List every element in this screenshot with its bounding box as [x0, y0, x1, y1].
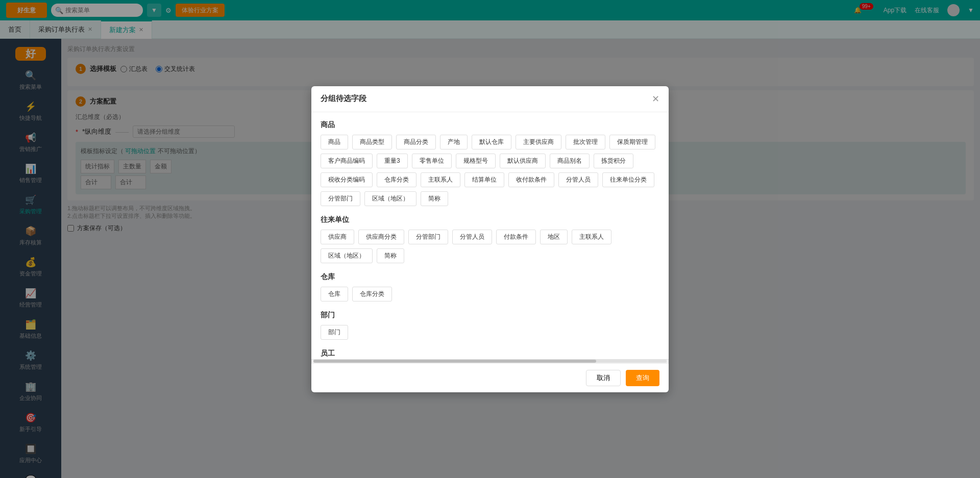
dialog-title: 分组待选字段 [321, 94, 366, 104]
dialog-close-btn[interactable]: ✕ [652, 93, 659, 105]
section-partner-title: 往来单位 [321, 215, 659, 224]
section-partner-tags: 供应商 供应商分类 分管部门 分管人员 付款条件 地区 主联系人 区域（地区） … [321, 230, 659, 263]
cancel-button[interactable]: 取消 [586, 370, 621, 386]
field-select-dialog: 分组待选字段 ✕ 商品 商品 商品类型 商品分类 产地 默认仓库 主要供应商 批… [311, 86, 669, 392]
tag-product-5[interactable]: 主要供应商 [516, 135, 561, 149]
dialog-overlay: 分组待选字段 ✕ 商品 商品 商品类型 商品分类 产地 默认仓库 主要供应商 批… [0, 0, 980, 478]
tag-product-13[interactable]: 商品别名 [550, 154, 590, 168]
dialog-hscrollbar[interactable] [311, 359, 669, 363]
confirm-button[interactable]: 查询 [626, 370, 659, 386]
section-product: 商品 商品 商品类型 商品分类 产地 默认仓库 主要供应商 批次管理 保质期管理… [321, 120, 659, 206]
tag-product-3[interactable]: 产地 [440, 135, 468, 149]
tag-partner-1[interactable]: 供应商分类 [358, 230, 404, 244]
dialog-footer: 取消 查询 [311, 363, 669, 392]
tag-product-0[interactable]: 商品 [321, 135, 348, 149]
tag-product-17[interactable]: 主联系人 [421, 172, 460, 187]
section-department-tags: 部门 [321, 325, 659, 340]
tag-product-6[interactable]: 批次管理 [566, 135, 605, 149]
dialog-header: 分组待选字段 ✕ [311, 86, 669, 112]
tag-product-1[interactable]: 商品类型 [352, 135, 392, 149]
section-warehouse: 仓库 仓库 仓库分类 [321, 272, 659, 301]
tag-partner-5[interactable]: 地区 [540, 230, 568, 244]
tag-product-16[interactable]: 仓库分类 [377, 172, 416, 187]
tag-product-4[interactable]: 默认仓库 [472, 135, 511, 149]
tag-product-23[interactable]: 区域（地区） [364, 191, 416, 206]
tag-product-24[interactable]: 简称 [421, 191, 448, 206]
tag-product-9[interactable]: 重量3 [377, 154, 408, 168]
tag-partner-2[interactable]: 分管部门 [408, 230, 448, 244]
tag-product-20[interactable]: 分管人员 [558, 172, 598, 187]
tag-partner-0[interactable]: 供应商 [321, 230, 354, 244]
tag-warehouse-1[interactable]: 仓库分类 [352, 287, 392, 301]
tag-partner-3[interactable]: 分管人员 [452, 230, 492, 244]
tag-product-22[interactable]: 分管部门 [321, 191, 360, 206]
tag-partner-8[interactable]: 简称 [377, 248, 404, 263]
dialog-body: 商品 商品 商品类型 商品分类 产地 默认仓库 主要供应商 批次管理 保质期管理… [311, 112, 669, 360]
tag-product-21[interactable]: 往来单位分类 [602, 172, 654, 187]
tag-product-15[interactable]: 税收分类编码 [321, 172, 373, 187]
tag-partner-6[interactable]: 主联系人 [572, 230, 611, 244]
section-warehouse-tags: 仓库 仓库分类 [321, 287, 659, 301]
tag-warehouse-0[interactable]: 仓库 [321, 287, 348, 301]
section-employee-title: 员工 [321, 349, 659, 358]
tag-product-10[interactable]: 零售单位 [412, 154, 452, 168]
section-department-title: 部门 [321, 311, 659, 320]
tag-product-11[interactable]: 规格型号 [456, 154, 496, 168]
section-employee: 员工 业务员 [321, 349, 659, 360]
tag-product-14[interactable]: 拣货积分 [594, 154, 633, 168]
section-product-tags: 商品 商品类型 商品分类 产地 默认仓库 主要供应商 批次管理 保质期管理 客户… [321, 135, 659, 206]
section-department: 部门 部门 [321, 311, 659, 340]
tag-product-12[interactable]: 默认供应商 [500, 154, 546, 168]
section-product-title: 商品 [321, 120, 659, 130]
tag-product-7[interactable]: 保质期管理 [609, 135, 655, 149]
tag-product-2[interactable]: 商品分类 [396, 135, 436, 149]
tag-partner-4[interactable]: 付款条件 [496, 230, 536, 244]
tag-department-0[interactable]: 部门 [321, 325, 348, 340]
tag-product-8[interactable]: 客户商品编码 [321, 154, 373, 168]
section-warehouse-title: 仓库 [321, 272, 659, 282]
tag-partner-7[interactable]: 区域（地区） [321, 248, 373, 263]
tag-product-19[interactable]: 收付款条件 [508, 172, 554, 187]
section-partner: 往来单位 供应商 供应商分类 分管部门 分管人员 付款条件 地区 主联系人 区域… [321, 215, 659, 263]
tag-product-18[interactable]: 结算单位 [464, 172, 504, 187]
